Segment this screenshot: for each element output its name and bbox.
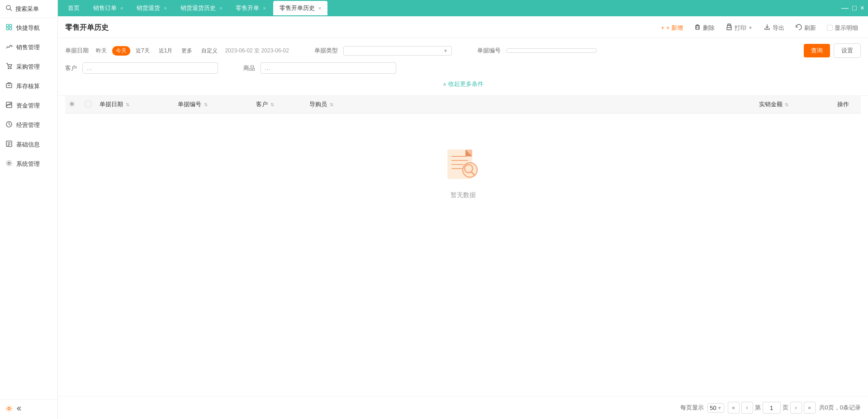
doc-no-input[interactable] xyxy=(506,48,597,53)
tab-close-icon[interactable]: × xyxy=(120,5,123,11)
last-page-btn[interactable]: » xyxy=(804,402,816,414)
empty-illustration xyxy=(441,141,486,186)
tab-close-icon[interactable]: × xyxy=(263,5,266,11)
date-btn-yesterday[interactable]: 昨天 xyxy=(92,46,110,56)
svg-point-6 xyxy=(11,46,13,47)
sidebar-item-sales-mgmt[interactable]: 销售管理 xyxy=(0,38,57,57)
tab-sales-order[interactable]: 销售订单 × xyxy=(87,1,129,15)
tab-close-icon[interactable]: × xyxy=(219,5,222,11)
basic-info-icon xyxy=(5,140,13,149)
date-btn-last1month[interactable]: 近1月 xyxy=(155,46,176,56)
sidebar-item-inventory[interactable]: 库存核算 xyxy=(0,76,57,96)
sidebar-item-operations[interactable]: 经营管理 xyxy=(0,115,57,135)
date-btn-today[interactable]: 今天 xyxy=(112,46,130,56)
sidebar-item-basic-info[interactable]: 基础信息 xyxy=(0,135,57,154)
svg-point-27 xyxy=(730,26,731,27)
col-customer[interactable]: 客户 ⇅ xyxy=(252,96,306,113)
inventory-icon xyxy=(5,82,13,90)
delete-label: 删除 xyxy=(703,24,715,32)
svg-point-21 xyxy=(8,408,10,410)
svg-rect-2 xyxy=(6,24,9,27)
print-button[interactable]: 打印 ▼ xyxy=(723,22,755,34)
first-page-btn[interactable]: « xyxy=(728,402,740,414)
tab-home[interactable]: 首页 xyxy=(62,1,86,15)
query-button[interactable]: 查询 xyxy=(804,44,830,57)
doc-type-select[interactable]: ▼ xyxy=(343,46,452,56)
date-filter-label: 单据日期 xyxy=(65,47,89,55)
doc-no-filter: 单据编号 xyxy=(477,47,597,55)
tab-retail-open[interactable]: 零售开单 × xyxy=(229,1,272,15)
col-doc-no[interactable]: 单据编号 ⇅ xyxy=(174,96,252,113)
sidebar-collapse-icon[interactable] xyxy=(16,405,24,414)
page-title: 零售开单历史 xyxy=(65,23,109,33)
pagination: 每页显示 50 ▼ « ‹ 第 页 › » xyxy=(58,396,868,419)
sidebar-item-quick-nav[interactable]: 快捷导航 xyxy=(0,18,57,38)
col-amount[interactable]: 实销金额 ⇅ xyxy=(755,96,834,113)
sidebar-item-label: 基础信息 xyxy=(16,141,40,149)
print-dropdown-icon[interactable]: ▼ xyxy=(748,25,753,30)
sidebar-item-sys-mgmt[interactable]: 系统管理 xyxy=(0,154,57,174)
finance-icon xyxy=(5,101,13,110)
tab-sales-return[interactable]: 销货退货 × xyxy=(130,1,173,15)
col-settings-icon[interactable] xyxy=(69,102,75,108)
sidebar-search[interactable]: 搜索采单 xyxy=(0,0,57,18)
print-icon xyxy=(726,24,733,32)
refresh-button[interactable]: 刷新 xyxy=(792,22,819,34)
sys-mgmt-icon xyxy=(5,160,13,168)
svg-point-29 xyxy=(71,103,73,105)
add-button[interactable]: + + 新增 xyxy=(658,22,686,34)
settings-filter-button[interactable]: 设置 xyxy=(834,43,861,58)
product-label: 商品 xyxy=(243,64,255,72)
sidebar-bottom xyxy=(0,399,57,419)
tab-label: 首页 xyxy=(68,4,80,12)
sidebar-gear-icon[interactable] xyxy=(5,405,13,414)
sidebar-item-purchase-mgmt[interactable]: 采购管理 xyxy=(0,57,57,76)
empty-state: 暂无数据 xyxy=(65,113,861,226)
delete-button[interactable]: 删除 xyxy=(691,22,717,34)
date-btn-more[interactable]: 更多 xyxy=(178,46,196,56)
window-maximize-btn[interactable]: □ xyxy=(852,4,857,12)
next-page-btn[interactable]: › xyxy=(790,402,802,414)
customer-label: 客户 xyxy=(65,64,77,72)
table-body: 暂无数据 xyxy=(65,113,861,227)
prev-page-btn[interactable]: ‹ xyxy=(741,402,753,414)
empty-state-row: 暂无数据 xyxy=(65,113,861,227)
sidebar-item-label: 资金管理 xyxy=(16,102,40,110)
sidebar-item-label: 库存核算 xyxy=(16,82,40,90)
window-close-btn[interactable]: × xyxy=(860,4,864,12)
tab-close-icon[interactable]: × xyxy=(318,5,321,11)
window-minimize-btn[interactable]: — xyxy=(841,4,849,12)
tab-sales-return-history[interactable]: 销货退货历史 × xyxy=(174,1,228,15)
product-input[interactable]: … xyxy=(261,62,396,74)
col-checkbox[interactable] xyxy=(81,96,96,113)
table-header-row: 单据日期 ⇅ 单据编号 ⇅ 客户 ⇅ 导购员 ⇅ xyxy=(65,96,861,113)
export-label: 导出 xyxy=(773,24,784,32)
svg-rect-5 xyxy=(9,28,12,30)
customer-input[interactable]: … xyxy=(82,62,218,74)
tab-retail-open-history[interactable]: 零售开单历史 × xyxy=(273,1,327,15)
customer-dots: … xyxy=(86,65,92,71)
display-detail-button[interactable]: 显示明细 xyxy=(824,22,861,34)
sidebar-item-finance[interactable]: 资金管理 xyxy=(0,96,57,115)
checkbox-icon xyxy=(827,25,833,31)
date-btn-last7[interactable]: 近7天 xyxy=(132,46,153,56)
sort-icon: ⇅ xyxy=(126,102,129,107)
header-checkbox[interactable] xyxy=(85,101,91,107)
date-btn-custom[interactable]: 自定义 xyxy=(198,46,221,56)
tab-close-icon[interactable]: × xyxy=(164,5,166,11)
col-settings[interactable] xyxy=(65,96,81,113)
filter-collapse-btn[interactable]: ∧ 收起更多条件 xyxy=(65,78,861,90)
col-salesperson[interactable]: 导购员 ⇅ xyxy=(306,96,372,113)
search-icon xyxy=(5,5,13,13)
export-button[interactable]: 导出 xyxy=(761,22,787,34)
delete-icon xyxy=(694,24,701,32)
page-word-pre: 第 xyxy=(755,404,761,412)
doc-type-label: 单据类型 xyxy=(314,47,338,55)
page-number-input[interactable] xyxy=(763,402,781,414)
per-page-select[interactable]: 50 ▼ xyxy=(707,403,724,413)
svg-rect-22 xyxy=(696,26,699,29)
prev-page-icon: ‹ xyxy=(746,405,748,411)
col-date[interactable]: 单据日期 ⇅ xyxy=(96,96,174,113)
per-page-value: 50 xyxy=(710,405,716,411)
page-content: 零售开单历史 + + 新增 xyxy=(58,16,868,419)
